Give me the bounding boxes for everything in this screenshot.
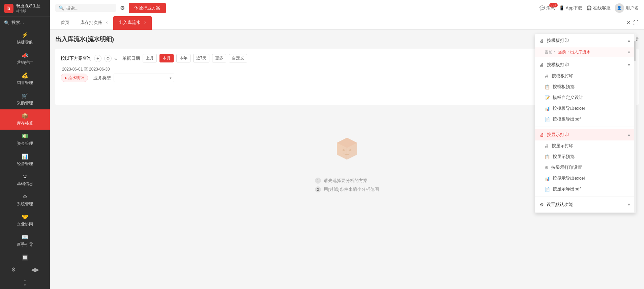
header-search-box[interactable]: 🔍: [55, 4, 116, 12]
filter-collapse-btn[interactable]: «: [114, 56, 117, 61]
template-print-item-label: 按模板打印: [552, 73, 574, 79]
filter-tag-text: 流水明细: [68, 75, 84, 81]
empty-step-1: 1 请先选择要分析的方案: [315, 176, 379, 185]
empty-steps: 1 请先选择要分析的方案 2 用[过滤]条件来缩小分析范围: [315, 176, 379, 194]
dropdown-item-template-excel[interactable]: 📊 按模板导出excel: [535, 103, 636, 114]
tab-inout-flow-label: 出入库流水: [119, 20, 141, 26]
dropdown-item-display-preview[interactable]: 📋 按显示预览: [535, 151, 636, 162]
sidebar-item-stock[interactable]: 📦 库存核算: [0, 109, 50, 130]
header-search-input[interactable]: [66, 5, 107, 10]
filter-setting-btn[interactable]: ⚙: [104, 55, 112, 62]
empty-icon: [327, 129, 367, 169]
dropdown-item-template-print[interactable]: 🖨 按模板打印: [535, 71, 636, 81]
biz-type-select-wrapper[interactable]: [114, 74, 174, 82]
sidebar-item-finance[interactable]: 💵 资金管理: [0, 130, 50, 150]
tab-stock-batch-close[interactable]: ×: [106, 20, 108, 25]
date-btn-this-year[interactable]: 本年: [176, 54, 191, 62]
display-print-item-label: 按显示打印: [552, 143, 574, 149]
sidebar-item-marketing[interactable]: 📣 营销推广: [0, 49, 50, 69]
scroll-up-icon[interactable]: ▲: [23, 278, 27, 283]
toggle-sidebar-icon[interactable]: ◀▶: [31, 266, 39, 273]
brand-name: 畅捷通好生意: [16, 3, 40, 9]
display-preview-icon: 📋: [545, 154, 550, 159]
dropdown-item-template-custom[interactable]: 📝 模板自定义设计: [535, 92, 636, 103]
biz-type-label: 业务类型: [93, 75, 111, 81]
filter-tag[interactable]: ● 流水明细: [61, 74, 88, 82]
dropdown-item-display-settings[interactable]: ⚙ 按显示打印设置: [535, 162, 636, 173]
dropdown-item-display-pdf[interactable]: 📄 按显示导出pdf: [535, 184, 636, 194]
search-label: 搜索...: [11, 20, 24, 26]
sidebar-item-system[interactable]: ⚙ 系统管理: [0, 190, 50, 210]
display-pdf-label: 按显示导出pdf: [553, 186, 581, 192]
dropdown-scrollbar: [634, 34, 636, 213]
header-settings-icon[interactable]: ⚙: [120, 5, 125, 11]
message-btn[interactable]: 💬 消息 99+: [539, 5, 555, 11]
dropdown-section-default-header[interactable]: ⚙ 设置默认功能 ▼: [535, 199, 636, 210]
filter-label-field: 按以下方案查询 + ⚙ «: [61, 55, 117, 62]
dropdown-item-template-preview[interactable]: 📋 按模板预览: [535, 81, 636, 92]
sidebar-bottom: ⚙ ◀▶: [0, 263, 50, 276]
page-title-text: 出入库流水(流水明细): [55, 35, 114, 43]
dropdown-section-display-header[interactable]: 🖨 按显示打印 ▲: [535, 129, 636, 140]
gear-icon[interactable]: ⚙: [11, 266, 16, 273]
step-2-text: 用[过滤]条件来缩小分析范围: [324, 185, 379, 194]
filter-label-text: 按以下方案查询: [61, 55, 91, 61]
empty-illustration: [327, 129, 367, 163]
guide-icon: 📖: [22, 234, 28, 240]
date-btn-7days[interactable]: 近7天: [193, 54, 210, 62]
message-badge: 99+: [549, 3, 558, 7]
expand-tab-btn[interactable]: ⛶: [633, 20, 639, 26]
dropdown-item-display-print[interactable]: 🖨 按显示打印: [535, 140, 636, 151]
sidebar-item-basic[interactable]: 🗂 基础信息: [0, 170, 50, 190]
display-preview-label: 按显示预览: [553, 154, 575, 160]
dropdown-title: 按模板打印: [547, 37, 569, 44]
sidebar-item-corp[interactable]: 🤝 企业协同: [0, 210, 50, 231]
close-tab-btn[interactable]: ✕: [626, 20, 631, 26]
dropdown-title-icon: 🖨: [540, 38, 544, 43]
tab-home[interactable]: 首页: [55, 16, 75, 30]
message-icon: 💬: [539, 5, 545, 10]
sidebar-search[interactable]: 🔍 搜索...: [0, 17, 50, 28]
sidebar-item-apps[interactable]: 🔲 应用中心: [0, 251, 50, 263]
display-excel-icon: 📊: [545, 176, 550, 181]
tab-inout-flow[interactable]: 出入库流水 ×: [113, 16, 152, 30]
sidebar-item-shortcut[interactable]: ⚡ 快捷导航: [0, 28, 50, 49]
date-btn-custom[interactable]: 自定义: [229, 54, 247, 62]
dropdown-header[interactable]: 🖨 按模板打印 ▲: [535, 34, 636, 47]
sidebar-item-purchase[interactable]: 🛒 采购管理: [0, 89, 50, 109]
display-settings-label: 按显示打印设置: [551, 164, 582, 170]
header-actions: 💬 消息 99+ 📱 App下载 🎧 在线客服 👤 用户名: [539, 3, 639, 13]
scroll-down-icon[interactable]: ▼: [23, 283, 27, 288]
biz-type-select[interactable]: [114, 74, 174, 82]
step-1-text: 请先选择要分析的方案: [324, 176, 368, 185]
tabs-actions: ✕ ⛶: [626, 20, 639, 26]
date-btn-this-month[interactable]: 本月: [159, 54, 174, 62]
industry-btn[interactable]: 体验行业方案: [129, 3, 166, 13]
date-btn-more[interactable]: 更多: [212, 54, 226, 62]
dropdown-section-template-header[interactable]: 🖨 按模板打印 ▼: [535, 59, 636, 71]
customer-service-btn[interactable]: 🎧 在线客服: [586, 5, 611, 11]
sidebar-item-guide[interactable]: 📖 新手引导: [0, 231, 50, 251]
app-download-btn[interactable]: 📱 App下载: [559, 5, 582, 11]
header-search-icon: 🔍: [59, 5, 64, 10]
dropdown-item-template-pdf[interactable]: 📄 按模板导出pdf: [535, 114, 636, 125]
sidebar-item-management[interactable]: 📊 经营管理: [0, 150, 50, 170]
tab-inout-flow-close[interactable]: ×: [144, 20, 146, 25]
user-avatar-btn[interactable]: 👤 用户名: [615, 3, 639, 13]
template-print-item-icon: 🖨: [545, 74, 549, 79]
default-section-arrow-icon: ▼: [627, 203, 631, 207]
sales-icon: 💰: [22, 72, 28, 79]
tab-stock-batch[interactable]: 库存批次账 ×: [75, 16, 113, 30]
search-icon: 🔍: [4, 20, 9, 25]
date-label: 单据日期: [122, 55, 140, 61]
avatar-text: 👤: [617, 6, 622, 10]
date-btn-last-month[interactable]: 上月: [143, 54, 157, 62]
sidebar-item-system-label: 系统管理: [17, 201, 33, 207]
purchase-icon: 🛒: [22, 93, 28, 99]
sidebar-item-sales[interactable]: 💰 销售管理: [0, 69, 50, 89]
filter-add-btn[interactable]: +: [94, 55, 101, 62]
dropdown-item-display-excel[interactable]: 📊 按显示导出excel: [535, 173, 636, 184]
tab-stock-batch-label: 库存批次账: [80, 20, 102, 26]
sidebar-item-basic-label: 基础信息: [17, 181, 33, 187]
app-version: 标准版: [16, 9, 40, 14]
